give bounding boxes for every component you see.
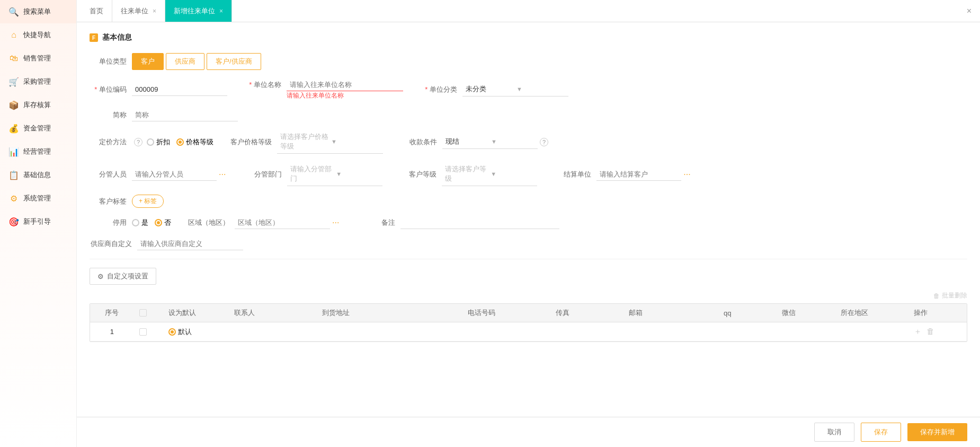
settlement-input[interactable] (596, 168, 681, 181)
radio-discount[interactable]: 折扣 (147, 137, 170, 147)
batch-delete-btn[interactable]: 🗑 批量删除 (933, 291, 967, 300)
sidebar: 🔍 搜索菜单 ⌂ 快捷导航 🛍 销售管理 🛒 采购管理 📦 库存核算 💰 资金管… (0, 0, 77, 447)
tab-new-partner-close[interactable]: × (219, 7, 223, 15)
radio-price-level[interactable]: 价格等级 (176, 137, 213, 147)
row-del-btn[interactable]: 🗑 (926, 327, 934, 336)
unit-type-label: 单位类型 (90, 57, 132, 66)
customer-level-placeholder: 请选择客户等级 (445, 164, 488, 183)
category-select[interactable]: 未分类 ▼ (462, 82, 568, 97)
radio-no[interactable]: 否 (155, 218, 171, 227)
pricing-help-icon[interactable]: ? (134, 138, 142, 146)
abbr-row: 简称 (90, 109, 967, 121)
sidebar-item-search[interactable]: 🔍 搜索菜单 (0, 0, 76, 23)
search-icon: 🔍 (8, 6, 19, 17)
name-error-msg: 请输入往来单位名称 (287, 92, 344, 99)
radio-default-label: 默认 (178, 327, 192, 337)
finance-icon: 💰 (8, 123, 19, 134)
btn-supplier[interactable]: 供应商 (166, 53, 204, 70)
sidebar-item-basic[interactable]: 📋 基础信息 (0, 163, 76, 187)
disabled-region-row: 停用 是 否 区域（地区） ··· (90, 216, 967, 229)
region-field: 区域（地区） ··· (188, 216, 341, 229)
dept-placeholder: 请输入分管部门 (290, 164, 334, 183)
btn-customer[interactable]: 客户 (132, 53, 164, 70)
code-name-category-row: 单位编码 单位名称 请输入往来单位名称 单位分类 未分类 ▼ (90, 78, 967, 100)
tab-home[interactable]: 首页 (81, 0, 112, 22)
dept-select[interactable]: 请输入分管部门 ▼ (287, 162, 382, 186)
save-button[interactable]: 保存 (861, 423, 901, 442)
td-contact (229, 322, 317, 341)
table-header-row: 序号 设为默认 联系人 到货地址 电话号码 传真 邮箱 qq 微信 所在地区 (90, 304, 967, 322)
header-checkbox[interactable] (139, 309, 147, 317)
row-checkbox[interactable] (139, 328, 147, 336)
inventory-icon: 📦 (8, 100, 19, 110)
section-icon: F (90, 33, 98, 42)
cancel-button[interactable]: 取消 (814, 423, 854, 442)
custom-settings-btn[interactable]: ⚙ 自定义项设置 (90, 268, 156, 285)
btn-both[interactable]: 客户/供应商 (207, 53, 261, 70)
region-dots-btn[interactable]: ··· (330, 218, 341, 227)
custom-settings-label: 自定义项设置 (107, 271, 148, 281)
customer-price-select[interactable]: 请选择客户价格等级 ▼ (277, 130, 383, 154)
sidebar-item-inventory[interactable]: 📦 库存核算 (0, 93, 76, 117)
add-tag-btn[interactable]: + 标签 (132, 195, 164, 208)
chevron-down-icon-2: ▼ (331, 138, 380, 145)
payment-select[interactable]: 现结 ▼ (442, 135, 538, 149)
radio-yes[interactable]: 是 (132, 218, 148, 227)
manager-dots-btn[interactable]: ··· (217, 170, 228, 179)
save-new-button[interactable]: 保存并新增 (907, 423, 967, 441)
chevron-down-icon: ▼ (516, 86, 565, 92)
supplier-custom-row: 供应商自定义 (90, 238, 967, 250)
td-address (317, 322, 463, 341)
tab-new-partner[interactable]: 新增往来单位 × (165, 0, 232, 22)
sidebar-item-system[interactable]: ⚙ 系统管理 (0, 187, 76, 210)
tab-partners-close[interactable]: × (153, 7, 156, 15)
radio-no-circle (155, 219, 162, 226)
remark-input[interactable] (400, 216, 559, 229)
name-input[interactable] (287, 78, 403, 91)
category-field: 单位分类 未分类 ▼ (420, 82, 568, 97)
sidebar-label-inventory: 库存核算 (23, 100, 51, 110)
th-seq: 序号 (90, 304, 134, 322)
radio-price-level-circle (176, 138, 184, 146)
supplier-custom-input[interactable] (137, 238, 243, 250)
sidebar-item-finance[interactable]: 💰 资金管理 (0, 117, 76, 140)
sidebar-item-guide[interactable]: 🎯 新手引导 (0, 210, 76, 233)
unit-type-row: 单位类型 客户 供应商 客户/供应商 (90, 53, 967, 70)
operations-icon: 📊 (8, 146, 19, 157)
purchase-icon: 🛒 (8, 76, 19, 87)
code-input[interactable] (132, 83, 227, 96)
main-close-btn[interactable]: × (967, 6, 972, 16)
customer-tag-row: 客户标签 + 标签 (90, 195, 967, 208)
guide-icon: 🎯 (8, 216, 19, 227)
chevron-down-icon-5: ▼ (491, 171, 534, 177)
customer-tag-label: 客户标签 (90, 197, 132, 206)
payment-value: 现结 (446, 137, 489, 146)
region-input[interactable] (235, 216, 330, 229)
tab-partners[interactable]: 往来单位 × (112, 0, 165, 22)
sidebar-label-system: 系统管理 (23, 194, 51, 203)
contacts-table: 序号 设为默认 联系人 到货地址 电话号码 传真 邮箱 qq 微信 所在地区 (90, 303, 967, 342)
home-icon: ⌂ (8, 30, 19, 40)
radio-default[interactable]: 默认 (168, 327, 224, 337)
system-icon: ⚙ (8, 193, 19, 204)
payment-help-icon[interactable]: ? (540, 138, 548, 146)
radio-no-label: 否 (164, 218, 171, 227)
sidebar-item-purchase[interactable]: 🛒 采购管理 (0, 70, 76, 93)
td-seq: 1 (90, 322, 134, 341)
row-add-btn[interactable]: ＋ (914, 327, 922, 336)
sidebar-item-operations[interactable]: 📊 经营管理 (0, 140, 76, 163)
customer-price-field: 客户价格等级 请选择客户价格等级 ▼ (230, 130, 383, 154)
gear-icon: ⚙ (97, 273, 104, 281)
region-label: 区域（地区） (188, 218, 235, 227)
sales-icon: 🛍 (8, 53, 19, 64)
abbr-input[interactable] (132, 109, 238, 121)
sidebar-label-basic: 基础信息 (23, 170, 51, 180)
customer-level-select[interactable]: 请选择客户等级 ▼ (442, 162, 537, 186)
sidebar-item-sales[interactable]: 🛍 销售管理 (0, 47, 76, 70)
dept-label: 分管部门 (245, 170, 287, 179)
settlement-dots-btn[interactable]: ··· (681, 170, 692, 179)
sidebar-label-guide: 新手引导 (23, 217, 51, 226)
sidebar-item-quicknav[interactable]: ⌂ 快捷导航 (0, 23, 76, 47)
td-fax (550, 322, 623, 341)
manager-input[interactable] (132, 168, 217, 181)
